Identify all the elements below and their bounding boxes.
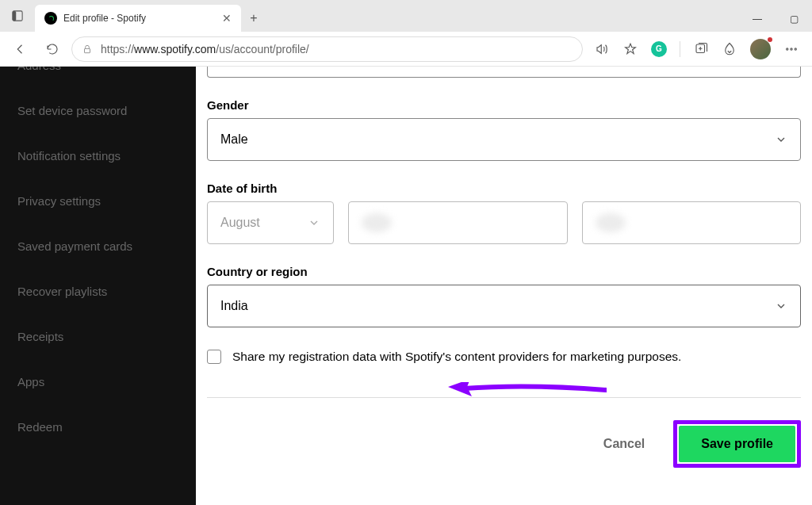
dob-label: Date of birth [207, 182, 801, 195]
svg-rect-2 [85, 48, 90, 52]
country-select[interactable]: India [207, 285, 801, 327]
share-data-label: Share my registration data with Spotify'… [232, 350, 681, 364]
divider [207, 397, 801, 398]
tab-title: Edit profile - Spotify [63, 13, 146, 24]
more-button[interactable] [779, 36, 804, 62]
annotation-arrow [448, 382, 607, 409]
maximize-button[interactable]: ▢ [776, 6, 812, 32]
cancel-button[interactable]: Cancel [597, 426, 651, 462]
country-value: India [220, 299, 248, 313]
sidebar-item-saved-payment-cards[interactable]: Saved payment cards [0, 224, 196, 269]
sidebar-item-set-device-password[interactable]: Set device password [0, 88, 196, 133]
dob-month-select[interactable]: August [207, 201, 334, 244]
back-button[interactable] [8, 36, 33, 62]
window-controls: — ▢ [739, 6, 812, 32]
close-tab-icon[interactable]: ✕ [222, 12, 232, 25]
tab-actions-button[interactable] [0, 0, 35, 32]
collections-button[interactable] [688, 36, 714, 62]
profile-form: Gender Male Date of birth August Country… [196, 67, 812, 505]
dob-day-input[interactable] [348, 201, 568, 244]
chevron-down-icon [775, 133, 787, 146]
share-data-checkbox[interactable] [207, 350, 221, 364]
sidebar-item-address[interactable]: Address [0, 67, 196, 88]
spotify-favicon [44, 12, 57, 25]
browser-tab[interactable]: Edit profile - Spotify ✕ [35, 5, 241, 32]
share-data-row[interactable]: Share my registration data with Spotify'… [207, 350, 801, 364]
chevron-down-icon [308, 216, 320, 229]
chevron-down-icon [775, 300, 787, 312]
form-actions: Cancel Save profile [207, 420, 801, 468]
sidebar-item-apps[interactable]: Apps [0, 359, 196, 404]
sidebar-item-privacy-settings[interactable]: Privacy settings [0, 178, 196, 224]
sidebar-item-notification-settings[interactable]: Notification settings [0, 133, 196, 178]
address-bar[interactable]: https://www.spotify.com/us/account/profi… [71, 36, 583, 62]
gender-label: Gender [207, 98, 801, 112]
svg-point-4 [787, 48, 788, 49]
favorite-button[interactable] [618, 36, 643, 62]
svg-point-5 [791, 48, 792, 49]
gender-value: Male [220, 132, 248, 147]
svg-point-6 [795, 48, 796, 49]
grammarly-extension[interactable]: G [646, 36, 672, 62]
performance-button[interactable] [717, 36, 742, 62]
lock-icon [82, 44, 93, 55]
svg-rect-1 [13, 11, 16, 21]
browser-titlebar: Edit profile - Spotify ✕ + — ▢ [0, 0, 812, 32]
browser-toolbar: https://www.spotify.com/us/account/profi… [0, 32, 812, 67]
minimize-button[interactable]: — [739, 6, 776, 32]
save-profile-button[interactable]: Save profile [679, 426, 795, 462]
account-sidebar: Address Set device password Notification… [0, 67, 196, 505]
sidebar-item-redeem[interactable]: Redeem [0, 404, 196, 450]
dob-year-input[interactable] [582, 201, 802, 244]
url-text: https://www.spotify.com/us/account/profi… [101, 43, 309, 55]
sidebar-item-receipts[interactable]: Receipts [0, 314, 196, 359]
save-button-highlight: Save profile [673, 420, 801, 468]
new-tab-button[interactable]: + [241, 5, 266, 32]
dob-month-value: August [220, 216, 260, 230]
read-aloud-button[interactable] [589, 36, 615, 62]
gender-select[interactable]: Male [207, 118, 801, 161]
country-label: Country or region [207, 265, 801, 278]
page-content: Address Set device password Notification… [0, 67, 812, 505]
sidebar-item-recover-playlists[interactable]: Recover playlists [0, 269, 196, 314]
refresh-button[interactable] [40, 36, 65, 62]
previous-field-bottom[interactable] [207, 67, 801, 78]
profile-avatar[interactable] [750, 39, 771, 59]
